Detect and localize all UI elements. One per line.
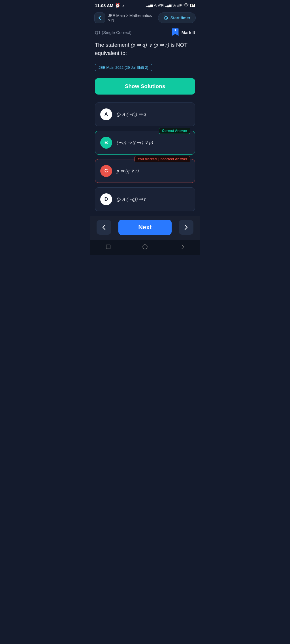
show-solutions-button[interactable]: Show Solutions bbox=[95, 78, 195, 95]
svg-point-0 bbox=[185, 7, 186, 7]
option-d-circle: D bbox=[100, 193, 112, 205]
breadcrumb: JEE Main > Mathematics > N bbox=[108, 13, 155, 22]
options-list: A (p ∧ (∼r)) ⇒ q Correct Answer B (∼q) ⇒… bbox=[95, 102, 195, 211]
option-c-circle: C bbox=[100, 165, 112, 177]
android-back-icon[interactable] bbox=[104, 243, 112, 251]
time-display: 11:08 AM bbox=[95, 3, 113, 8]
svg-rect-3 bbox=[175, 29, 175, 31]
forward-button[interactable] bbox=[179, 220, 193, 235]
next-label: Next bbox=[138, 224, 152, 231]
incorrect-answer-badge: You Marked | Incorrect Answer bbox=[135, 156, 190, 162]
option-a-circle: A bbox=[100, 108, 112, 120]
clock-icon: ⏰ bbox=[115, 3, 120, 8]
status-time: 11:08 AM ⏰ ♪ bbox=[95, 3, 124, 8]
mark-it-label: Mark It bbox=[182, 30, 195, 35]
battery-level: 97 bbox=[190, 4, 195, 7]
wifi-icon bbox=[184, 3, 189, 8]
android-recents-icon[interactable] bbox=[178, 243, 186, 251]
correct-answer-badge: Correct Answer bbox=[159, 128, 190, 134]
show-solutions-label: Show Solutions bbox=[125, 83, 165, 89]
android-home-icon[interactable] bbox=[141, 243, 149, 251]
content-area: Q1 (Single Correct) Mark It The statemen… bbox=[90, 27, 200, 211]
signal-icon: ▂▄▆ bbox=[146, 4, 153, 7]
header-left: JEE Main > Mathematics > N bbox=[94, 12, 155, 23]
next-button[interactable]: Next bbox=[118, 220, 172, 235]
exam-tag: JEE Main 2022 (29 Jul Shift 2) bbox=[95, 64, 152, 71]
option-d-text: (p ∧ (∼q)) ⇒ r bbox=[117, 196, 146, 203]
svg-rect-4 bbox=[106, 245, 110, 249]
header: JEE Main > Mathematics > N Start timer bbox=[90, 10, 200, 27]
option-c[interactable]: You Marked | Incorrect Answer C p ⇒ (q ∨… bbox=[95, 159, 195, 183]
mark-it-button[interactable]: Mark It bbox=[171, 28, 195, 37]
question-label: Q1 (Single Correct) bbox=[95, 30, 131, 35]
android-nav-bar bbox=[90, 240, 200, 255]
back-button[interactable] bbox=[94, 12, 105, 23]
timer-label: Start timer bbox=[170, 16, 190, 20]
wifi-label-2: Vo WiFi bbox=[172, 4, 182, 7]
option-a[interactable]: A (p ∧ (∼r)) ⇒ q bbox=[95, 102, 195, 126]
prev-button[interactable] bbox=[97, 220, 111, 235]
signal-icon-2: ▂▄▆ bbox=[165, 4, 172, 7]
option-c-text: p ⇒ (q ∨ r) bbox=[117, 168, 139, 174]
option-a-text: (p ∧ (∼r)) ⇒ q bbox=[117, 111, 146, 118]
status-icons: ▂▄▆ Vo WiFi ▂▄▆ Vo WiFi 97 bbox=[146, 3, 195, 8]
option-b-circle: B bbox=[100, 137, 112, 149]
bottom-nav: Next bbox=[90, 216, 200, 240]
wifi-label-1: Vo WiFi bbox=[154, 4, 163, 7]
status-bar: 11:08 AM ⏰ ♪ ▂▄▆ Vo WiFi ▂▄▆ Vo WiFi 97 bbox=[90, 0, 200, 10]
question-text: The statement (p ⇒ q) ∨ (p ⇒ r) is NOT e… bbox=[95, 41, 195, 57]
start-timer-button[interactable]: Start timer bbox=[158, 12, 196, 23]
svg-point-5 bbox=[143, 245, 147, 249]
option-b[interactable]: Correct Answer B (∼q) ⇒ ((∼r) ∨ p) bbox=[95, 131, 195, 155]
option-d[interactable]: D (p ∧ (∼q)) ⇒ r bbox=[95, 187, 195, 211]
music-icon: ♪ bbox=[122, 3, 124, 8]
question-header: Q1 (Single Correct) Mark It bbox=[95, 28, 195, 37]
option-b-text: (∼q) ⇒ ((∼r) ∨ p) bbox=[117, 139, 153, 146]
